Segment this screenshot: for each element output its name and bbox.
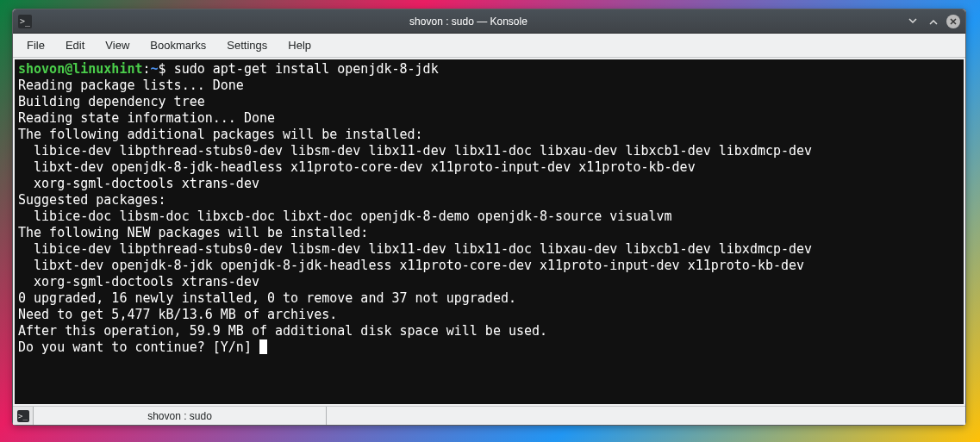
terminal-line: Do you want to continue? [Y/n]: [18, 339, 259, 355]
terminal-line: xorg-sgml-doctools xtrans-dev: [18, 176, 259, 191]
maximize-button[interactable]: [926, 14, 941, 29]
app-icon: >_: [18, 15, 32, 28]
terminal-line: The following NEW packages will be insta…: [18, 225, 368, 240]
terminal-line: libxt-dev openjdk-8-jdk openjdk-8-jdk-he…: [18, 258, 804, 273]
menu-settings[interactable]: Settings: [216, 35, 278, 55]
terminal-line: libxt-dev openjdk-8-jdk-headless x11prot…: [18, 159, 696, 175]
menubar: File Edit View Bookmarks Settings Help: [13, 34, 965, 58]
terminal-line: xorg-sgml-doctools xtrans-dev: [18, 274, 259, 289]
terminal-line: The following additional packages will b…: [18, 127, 423, 142]
terminal-line: libice-doc libsm-doc libxcb-doc libxt-do…: [18, 209, 672, 224]
terminal-line: Reading package lists... Done: [18, 78, 244, 93]
window-title: shovon : sudo — Konsole: [32, 16, 905, 28]
terminal-area[interactable]: shovon@linuxhint:~$ sudo apt-get install…: [15, 59, 964, 404]
tab-current[interactable]: shovon : sudo: [34, 407, 327, 425]
terminal-line: After this operation, 59.9 MB of additio…: [18, 323, 547, 339]
terminal-line: Need to get 5,477 kB/13.6 MB of archives…: [18, 307, 337, 322]
terminal-line: libice-dev libpthread-stubs0-dev libsm-d…: [18, 241, 812, 257]
terminal-line: Suggested packages:: [18, 192, 166, 208]
terminal-line: Building dependency tree: [18, 94, 259, 109]
prompt-user-host: shovon@linuxhint: [18, 61, 143, 77]
window-controls: [905, 14, 965, 29]
menu-help[interactable]: Help: [278, 35, 321, 55]
cursor-icon: [259, 339, 267, 354]
terminal-line: 0 upgraded, 16 newly installed, 0 to rem…: [18, 290, 516, 306]
new-tab-button[interactable]: >_: [13, 407, 34, 425]
statusbar: >_ shovon : sudo: [13, 406, 965, 425]
menu-bookmarks[interactable]: Bookmarks: [140, 35, 216, 55]
titlebar-left: >_: [13, 15, 32, 28]
titlebar[interactable]: >_ shovon : sudo — Konsole: [13, 9, 965, 34]
prompt-colon: :: [143, 61, 151, 77]
terminal-command: [166, 61, 174, 77]
menu-edit[interactable]: Edit: [55, 35, 95, 55]
prompt-path: ~: [151, 61, 159, 77]
menu-file[interactable]: File: [16, 35, 55, 55]
terminal-command-text: sudo apt-get install openjdk-8-jdk: [174, 61, 439, 77]
close-button[interactable]: [946, 15, 960, 28]
menu-view[interactable]: View: [95, 35, 140, 55]
prompt-symbol: $: [159, 61, 166, 77]
minimize-button[interactable]: [905, 14, 921, 29]
terminal-icon: >_: [17, 410, 29, 422]
terminal-line: Reading state information... Done: [18, 110, 275, 126]
terminal-line: libice-dev libpthread-stubs0-dev libsm-d…: [18, 143, 812, 159]
konsole-window: >_ shovon : sudo — Konsole File Edit Vie…: [12, 9, 966, 426]
